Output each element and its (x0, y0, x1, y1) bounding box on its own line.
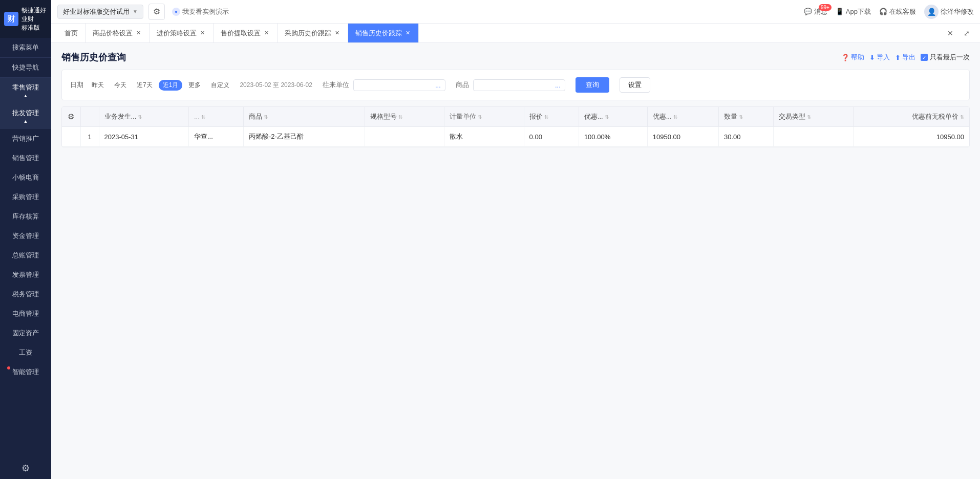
expand-tab-btn[interactable]: ⤢ (960, 26, 974, 40)
sort-icon-product[interactable]: ⇅ (264, 114, 268, 120)
col-extra-label: ... (194, 113, 200, 121)
date-btn-7days[interactable]: 近7天 (133, 80, 157, 91)
col-product[interactable]: 商品 ⇅ (244, 107, 365, 127)
tab-price-settings[interactable]: 商品价格设置 ✕ (86, 24, 150, 43)
tab-price-strategy[interactable]: 进价策略设置 ✕ (150, 24, 214, 43)
tab-price-extract[interactable]: 售价提取设置 ✕ (214, 24, 278, 43)
sort-icon-pretax-price[interactable]: ⇅ (960, 114, 964, 120)
sidebar-item-tax[interactable]: 税务管理 (0, 285, 51, 304)
sidebar-item-finance[interactable]: 资金管理 (0, 226, 51, 246)
row-unit: 散水 (444, 127, 524, 147)
sort-icon-business-date[interactable]: ⇅ (138, 114, 142, 120)
col-extra[interactable]: ... ⇅ (189, 107, 244, 127)
date-btn-yesterday[interactable]: 昨天 (88, 80, 108, 91)
export-icon: ⬆ (895, 54, 901, 61)
sidebar-item-xiaochu[interactable]: 小畅电商 (0, 168, 51, 187)
col-discount-rate[interactable]: 优惠... ⇅ (579, 107, 647, 127)
sidebar-item-invoice[interactable]: 发票管理 (0, 265, 51, 285)
only-last-checkbox[interactable]: ✓ 只看最后一次 (921, 53, 970, 62)
source-input-wrap: ... (353, 79, 445, 91)
sidebar-item-search[interactable]: 搜索菜单 (0, 38, 51, 58)
col-trade-type-label: 交易类型 (779, 112, 805, 121)
product-input[interactable] (478, 81, 553, 89)
table-row[interactable]: 1 2023-05-31 华查... 丙烯酸-2-乙基己酯 (62, 127, 969, 147)
online-service-button[interactable]: 🎧 在线客服 (879, 7, 916, 16)
date-btn-more[interactable]: 更多 (184, 80, 205, 91)
row-pretax-price: 10950.00 (853, 127, 969, 147)
tab-sales-history-close[interactable]: ✕ (404, 30, 411, 37)
sidebar-settings-btn[interactable]: ⚙ (0, 458, 51, 479)
close-tab-btn[interactable]: ✕ (943, 26, 957, 40)
col-discount-price[interactable]: 优惠... ⇅ (647, 107, 718, 127)
tab-sales-history[interactable]: 销售历史价跟踪 ✕ (348, 24, 419, 43)
help-link[interactable]: ❓ 帮助 (841, 53, 864, 62)
row-price: 0.00 (524, 127, 579, 147)
app-download-button[interactable]: 📱 App下载 (836, 7, 871, 16)
table-settings-icon[interactable]: ⚙ (68, 112, 74, 121)
page-content: 销售历史价查询 ❓ 帮助 ⬇ 导入 ⬆ 导出 ✓ 只看最后一次 (51, 43, 980, 479)
sort-icon-extra[interactable]: ⇅ (201, 114, 205, 120)
tab-purchase-history[interactable]: 采购历史价跟踪 ✕ (278, 24, 348, 43)
sort-icon-quantity[interactable]: ⇅ (739, 114, 743, 120)
source-dots[interactable]: ... (435, 81, 441, 89)
sort-icon-discount-rate[interactable]: ⇅ (605, 114, 609, 120)
col-spec[interactable]: 规格型号 ⇅ (365, 107, 444, 127)
header-settings-button[interactable]: ⚙ (148, 4, 165, 20)
col-pretax-price[interactable]: 优惠前无税单价 ⇅ (853, 107, 969, 127)
message-button[interactable]: 💬 消息 99+ (804, 7, 827, 16)
tab-price-strategy-close[interactable]: ✕ (199, 30, 206, 37)
col-price[interactable]: 报价 ⇅ (524, 107, 579, 127)
col-unit[interactable]: 计量单位 ⇅ (444, 107, 524, 127)
page-actions: ❓ 帮助 ⬇ 导入 ⬆ 导出 ✓ 只看最后一次 (841, 53, 970, 62)
sidebar-item-ecom[interactable]: 电商管理 (0, 304, 51, 323)
col-business-date[interactable]: 业务发生... ⇅ (99, 107, 189, 127)
tab-purchase-history-close[interactable]: ✕ (333, 30, 340, 37)
col-trade-type[interactable]: 交易类型 ⇅ (774, 107, 853, 127)
app-selector[interactable]: 好业财标准版交付试用 ▼ (57, 5, 143, 19)
sidebar-item-asset[interactable]: 固定资产 (0, 323, 51, 343)
row-product: 丙烯酸-2-乙基己酯 (244, 127, 365, 147)
sidebar-item-ledger[interactable]: 总账管理 (0, 246, 51, 265)
source-input[interactable] (358, 81, 433, 89)
date-btn-today[interactable]: 今天 (110, 80, 131, 91)
export-link[interactable]: ⬆ 导出 (895, 53, 915, 62)
sidebar-item-purchase[interactable]: 采购管理 (0, 187, 51, 207)
sidebar-item-sales[interactable]: 销售管理 (0, 148, 51, 168)
setting-button[interactable]: 设置 (620, 77, 650, 93)
product-filter-group: 商品 ... (456, 79, 565, 91)
sort-icon-price[interactable]: ⇅ (544, 114, 548, 120)
tab-home[interactable]: 首页 (57, 24, 86, 43)
date-btn-1month[interactable]: 近1月 (159, 80, 183, 91)
sort-icon-trade-type[interactable]: ⇅ (807, 114, 811, 120)
sidebar-item-inventory[interactable]: 库存核算 (0, 207, 51, 226)
row-quantity: 30.00 (718, 127, 773, 147)
data-table: ⚙ 业务发生... ⇅ ... ⇅ (62, 107, 969, 147)
product-dots[interactable]: ... (555, 81, 561, 89)
message-badge: 99+ (819, 4, 832, 11)
sidebar-item-quick[interactable]: 快捷导航 (0, 58, 51, 78)
message-icon: 💬 (804, 8, 812, 15)
import-link[interactable]: ⬇ 导入 (869, 53, 890, 62)
col-quantity[interactable]: 数量 ⇅ (718, 107, 773, 127)
sidebar-item-marketing[interactable]: 营销推广 (0, 129, 51, 148)
sidebar-item-retail[interactable]: 零售管理 ▲ (0, 78, 51, 103)
sort-icon-unit[interactable]: ⇅ (478, 114, 482, 120)
date-btn-custom[interactable]: 自定义 (207, 80, 233, 91)
user-menu[interactable]: 👤 徐泽华修改 (924, 5, 974, 19)
sidebar-item-salary[interactable]: 工资 (0, 343, 51, 362)
sort-icon-spec[interactable]: ⇅ (398, 114, 402, 120)
tab-price-settings-close[interactable]: ✕ (135, 30, 142, 37)
tab-price-extract-close[interactable]: ✕ (263, 30, 270, 37)
data-table-container: ⚙ 业务发生... ⇅ ... ⇅ (61, 106, 970, 147)
sales-label: 销售管理 (12, 154, 39, 163)
sidebar-item-wholesale[interactable]: 批发管理 ▲ (0, 103, 51, 129)
sidebar-item-smart[interactable]: 智能管理 (0, 362, 51, 382)
retail-arrow: ▲ (24, 93, 28, 98)
demo-button[interactable]: ● 我要看实例演示 (172, 7, 229, 16)
only-last-label: 只看最后一次 (930, 53, 970, 62)
col-business-date-label: 业务发生... (104, 112, 137, 121)
query-button[interactable]: 查询 (576, 77, 609, 93)
col-settings[interactable]: ⚙ (62, 107, 80, 127)
sort-icon-discount-price[interactable]: ⇅ (673, 114, 677, 120)
import-icon: ⬇ (869, 54, 875, 61)
